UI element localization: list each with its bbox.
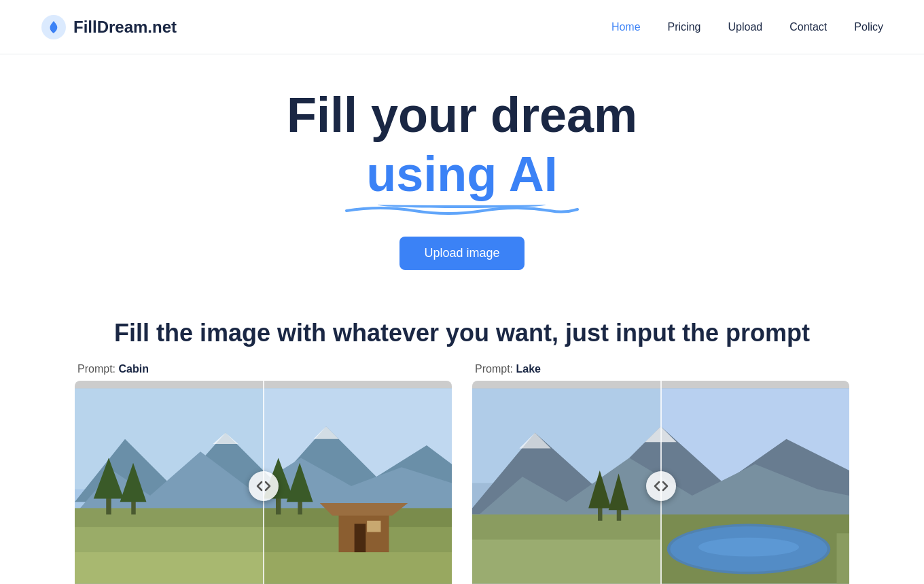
- hero-title-line1: Fill your dream: [14, 88, 910, 142]
- svg-point-55: [698, 538, 799, 557]
- prompt-value-2: Lake: [516, 363, 540, 375]
- hero-title-line2: using AI: [366, 148, 557, 201]
- prompt-label-2: Prompt: Lake: [472, 363, 849, 375]
- image-compare-1[interactable]: [75, 381, 452, 584]
- prompt-value-1: Cabin: [118, 363, 148, 375]
- main-nav: Home Pricing Upload Contact Policy: [611, 21, 883, 33]
- logo: FillDream.net: [41, 14, 177, 40]
- example-item-2: Prompt: Lake: [472, 363, 849, 584]
- nav-contact[interactable]: Contact: [789, 21, 827, 33]
- svg-rect-57: [837, 534, 850, 584]
- example-item-1: Prompt: Cabin: [75, 363, 452, 584]
- svg-rect-31: [367, 521, 380, 532]
- upload-image-button[interactable]: Upload image: [399, 237, 524, 270]
- nav-policy[interactable]: Policy: [854, 21, 883, 33]
- nav-home[interactable]: Home: [611, 21, 641, 33]
- section-heading: Fill the image with whatever you want, j…: [14, 317, 910, 349]
- nav-pricing[interactable]: Pricing: [668, 21, 701, 33]
- header: FillDream.net Home Pricing Upload Contac…: [0, 0, 924, 54]
- svg-rect-30: [355, 524, 366, 553]
- logo-text: FillDream.net: [73, 18, 177, 37]
- examples-grid: Prompt: Cabin: [54, 363, 870, 584]
- hero-section: Fill your dream using AI Upload image: [0, 54, 924, 290]
- logo-icon: [41, 14, 67, 40]
- nav-upload[interactable]: Upload: [728, 21, 762, 33]
- prompt-label-1: Prompt: Cabin: [75, 363, 452, 375]
- image-compare-2[interactable]: [472, 381, 849, 584]
